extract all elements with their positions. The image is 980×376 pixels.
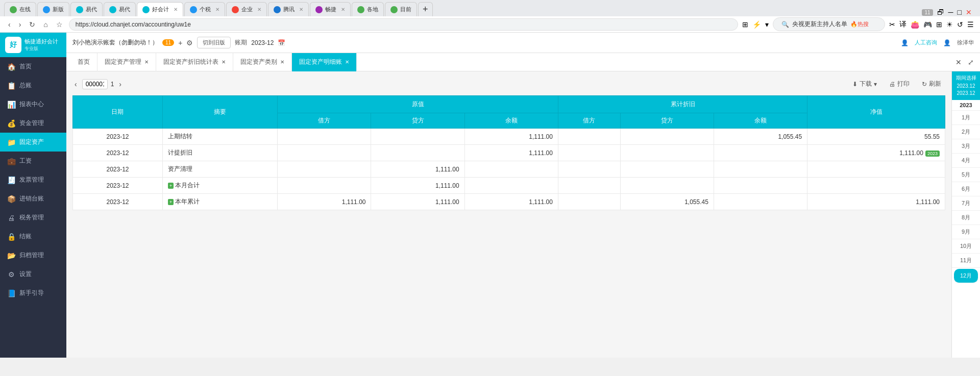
browser-tab-new[interactable]: 新版 (37, 2, 69, 16)
sidebar-item-ledger[interactable]: 📋 总账 (0, 76, 66, 95)
period-month-item[interactable]: 10月 (952, 239, 980, 254)
scissors-icon[interactable]: ✂ (889, 20, 895, 29)
page-tab-fa-detail[interactable]: 固定资产明细账 ✕ (292, 53, 357, 71)
close-tab-btn[interactable]: ✕ (953, 56, 964, 68)
browser-tab-close-qiye[interactable]: ✕ (257, 7, 261, 12)
settings-account-btn[interactable]: ⚙ (186, 39, 193, 47)
url-bar[interactable]: https://cloud.chanjet.com/accounting/uw1… (69, 18, 738, 31)
tab-bar-actions: ✕ ⤢ (953, 56, 976, 68)
download-label: 下载 (860, 80, 872, 88)
print-btn[interactable]: 🖨 打印 (885, 78, 914, 90)
next-page-btn[interactable]: › (117, 79, 124, 89)
page-tab-fa-depreciation[interactable]: 固定资产折旧统计表 ✕ (156, 53, 233, 71)
page-tab-fa-management[interactable]: 固定资产管理 ✕ (97, 53, 156, 71)
period-month-item[interactable]: 7月 (952, 196, 980, 211)
period-month-item[interactable]: 2月 (952, 125, 980, 139)
period-month-item[interactable]: 4月 (952, 154, 980, 168)
period-month-item[interactable]: 8月 (952, 211, 980, 225)
sidebar-item-archive[interactable]: 📂 归档管理 (0, 246, 66, 265)
page-tab-close-fa-detail[interactable]: ✕ (345, 59, 349, 65)
prev-page-btn[interactable]: ‹ (72, 79, 79, 89)
period-month-item[interactable]: 12月 (954, 269, 978, 283)
wallet-icon[interactable]: 👛 (911, 20, 919, 29)
game-icon[interactable]: 🎮 (923, 20, 932, 29)
browser-tab-online[interactable]: 在线 (4, 2, 36, 16)
dropdown-icon[interactable]: ▾ (765, 20, 769, 29)
page-tab-close-fa-management[interactable]: ✕ (144, 59, 149, 65)
sales-icon: 📦 (7, 195, 15, 203)
page-number-input[interactable] (82, 79, 108, 89)
add-account-btn[interactable]: + (178, 39, 182, 47)
sidebar-item-closing[interactable]: 🔒 结账 (0, 227, 66, 246)
period-month-item[interactable]: 3月 (952, 139, 980, 154)
browser-tab-close-changjie[interactable]: ✕ (341, 7, 345, 12)
browser-tab-close-geshui[interactable]: ✕ (215, 7, 219, 12)
switch-old-version-btn[interactable]: 切到旧版 (197, 37, 231, 48)
download-btn[interactable]: ⬇ 下载 ▾ (848, 78, 881, 90)
cell-summary: +本年累计 (162, 194, 277, 210)
consult-btn[interactable]: 人工咨询 (915, 39, 937, 46)
refresh-btn[interactable]: ↻ (27, 19, 37, 30)
browser-tab-qiye[interactable]: 企业 ✕ (226, 2, 267, 16)
grid-icon[interactable]: ⊞ (936, 20, 942, 29)
period-month-item[interactable]: 5月 (952, 168, 980, 182)
browser-tab-close-tengxun[interactable]: ✕ (299, 7, 303, 12)
browser-tab-changjie[interactable]: 畅捷 ✕ (310, 2, 351, 16)
sidebar-item-reports[interactable]: 📊 报表中心 (0, 95, 66, 114)
sidebar-item-guide[interactable]: 📘 新手引导 (0, 284, 66, 303)
sidebar-item-fixed-assets[interactable]: 📁 固定资产 (0, 133, 66, 152)
page-tab-close-fa-depreciation[interactable]: ✕ (222, 59, 226, 65)
period-month-item[interactable]: 11月 (952, 254, 980, 268)
sidebar-label-guide: 新手引导 (19, 289, 44, 297)
period-month-item[interactable]: 9月 (952, 225, 980, 239)
col-accumulated-depreciation-header: 累计折旧 (558, 96, 807, 113)
browser-tab-tengxun[interactable]: 腾讯 ✕ (268, 2, 309, 16)
menu-icon[interactable]: ☰ (967, 20, 974, 29)
browser-tab-yidai1[interactable]: 易代 (70, 2, 103, 16)
page-tab-home[interactable]: 首页 (70, 53, 97, 71)
sidebar-item-payroll[interactable]: 💼 工资 (0, 152, 66, 170)
undo-icon[interactable]: ↺ (957, 20, 963, 29)
translate-icon[interactable]: 译 (899, 20, 906, 29)
browser-tab-yidai2[interactable]: 易代 (104, 2, 136, 16)
cell-leiji-balance (714, 161, 807, 178)
tab-label-new: 新版 (53, 6, 64, 13)
sidebar-item-tax[interactable]: 🖨 税务管理 (0, 208, 66, 227)
period-calendar-icon[interactable]: 📅 (278, 39, 285, 46)
fixed-assets-icon: 📁 (7, 138, 15, 146)
cell-leiji-balance: 1,055.45 (714, 129, 807, 145)
period-month-item[interactable]: 6月 (952, 182, 980, 196)
sidebar-item-home[interactable]: 🏠 首页 (0, 57, 66, 76)
home-btn[interactable]: ⌂ (41, 19, 50, 30)
sidebar-item-settings[interactable]: ⚙ 设置 (0, 265, 66, 284)
qr-icon[interactable]: ⊞ (742, 20, 748, 29)
restore-window-icon[interactable]: 🗗 (937, 8, 944, 16)
period-month-item[interactable]: 1月 (952, 111, 980, 125)
refresh-btn[interactable]: ↻ 刷新 (918, 78, 945, 90)
cell-net-value: 55.55 (807, 129, 945, 145)
browser-tab-gedi[interactable]: 各地 (352, 2, 384, 16)
sidebar-item-funds[interactable]: 💰 资金管理 (0, 114, 66, 133)
forward-btn[interactable]: › (17, 19, 23, 30)
cell-net-value: 1,111.00 (807, 194, 945, 210)
page-tab-fa-category[interactable]: 固定资产类别 ✕ (233, 53, 292, 71)
browser-tab-new-tab[interactable]: + (418, 2, 433, 16)
browser-tab-close-haokuaiji[interactable]: ✕ (174, 7, 178, 12)
close-browser-icon[interactable]: ✕ (966, 8, 972, 16)
browser-tab-geshui[interactable]: 个税 ✕ (184, 2, 225, 16)
sidebar-item-invoice[interactable]: 🧾 发票管理 (0, 170, 66, 189)
maximize-tab-btn[interactable]: ⤢ (966, 56, 976, 68)
bookmark-btn[interactable]: ☆ (54, 19, 65, 30)
minimize-icon[interactable]: ─ (948, 8, 953, 16)
print-icon: 🖨 (889, 81, 895, 88)
settings-icon[interactable]: ☀ (946, 20, 953, 29)
page-tab-close-fa-category[interactable]: ✕ (280, 59, 284, 65)
browser-tab-haokuaiji[interactable]: 好会计 ✕ (137, 2, 183, 16)
browser-tab-muqian[interactable]: 目前 (385, 2, 417, 16)
lightning-icon[interactable]: ⚡ (752, 20, 761, 29)
back-btn[interactable]: ‹ (6, 19, 13, 30)
download-icon: ⬇ (852, 81, 857, 88)
sidebar-item-sales[interactable]: 📦 进销台账 (0, 189, 66, 208)
col-summary-header: 摘要 (162, 96, 277, 129)
maximize-icon[interactable]: □ (958, 8, 962, 16)
